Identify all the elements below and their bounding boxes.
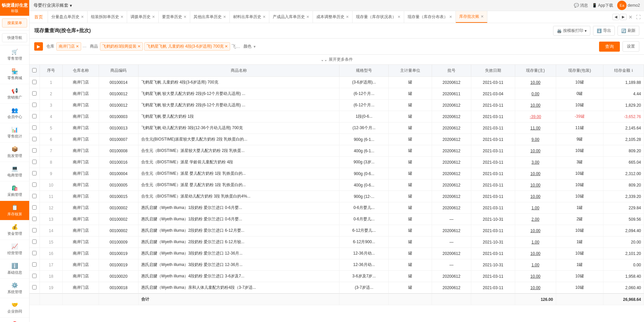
- product-more[interactable]: 飞...: [231, 44, 240, 50]
- tab-10[interactable]: 库存批次账✕: [456, 11, 487, 23]
- row-select-18[interactable]: [32, 285, 37, 289]
- sidebar-item-stats[interactable]: 📊零售统计: [0, 123, 29, 143]
- row-select-12[interactable]: [32, 217, 37, 221]
- row-qty-main[interactable]: 10.00: [515, 191, 556, 202]
- tab-7[interactable]: 成本调整单历史✕: [313, 11, 353, 23]
- row-select-10[interactable]: [32, 194, 37, 198]
- sidebar-item-basic[interactable]: ℹ️基础信息: [0, 259, 29, 279]
- row-qty-main[interactable]: 10.00: [515, 248, 556, 259]
- product-tag-1-close[interactable]: ✕: [138, 44, 141, 49]
- row-qty-main[interactable]: 11.00: [515, 122, 556, 134]
- message-button[interactable]: 💬 消息: [574, 3, 588, 8]
- row-select-15[interactable]: [32, 251, 37, 255]
- account-dropdown[interactable]: 母婴行业演示账套 ▾: [34, 2, 72, 8]
- sidebar-item-marketing[interactable]: 📢营销推广: [0, 84, 29, 104]
- row-select-11[interactable]: [32, 205, 37, 210]
- row-select-9[interactable]: [32, 182, 37, 187]
- row-select-17[interactable]: [32, 274, 37, 278]
- tab-1[interactable]: 组装拆卸单历史✕: [88, 11, 127, 23]
- row-select-3[interactable]: [32, 114, 37, 118]
- tab-8[interactable]: 现存量（库存状况表）✕: [353, 11, 404, 23]
- sidebar-item-newguide[interactable]: 🎯新手引导: [0, 318, 29, 322]
- expand-conditions-bar[interactable]: ⌄⌄ 展开更多条件: [30, 55, 644, 65]
- tab-close-10[interactable]: ✕: [481, 14, 484, 19]
- row-qty-main[interactable]: 1.00: [515, 236, 556, 248]
- tab-4[interactable]: 其他出库单历史✕: [190, 11, 230, 23]
- tab-close-7[interactable]: ✕: [346, 15, 349, 19]
- tab-6[interactable]: 产成品入库单历史✕: [269, 11, 313, 23]
- row-qty-main[interactable]: -39.00: [515, 111, 556, 122]
- row-select-13[interactable]: [32, 228, 37, 232]
- tab-2[interactable]: 调拨单历史✕: [127, 11, 159, 23]
- tab-close-1[interactable]: ✕: [120, 15, 123, 19]
- sidebar-item-purchase[interactable]: 🛍️采购管理: [0, 181, 29, 201]
- product-tag-2-close[interactable]: ✕: [225, 44, 228, 49]
- warehouse-more-icon[interactable]: ···: [83, 44, 87, 49]
- row-qty-main[interactable]: 10.00: [515, 225, 556, 236]
- row-qty-main[interactable]: 0.00: [515, 88, 556, 100]
- row-select-5[interactable]: [32, 137, 37, 141]
- tab-close-6[interactable]: ✕: [306, 15, 309, 19]
- balance-info-icon[interactable]: ℹ: [632, 68, 633, 72]
- tab-prev-button[interactable]: ◀: [612, 14, 619, 20]
- row-select-8[interactable]: [32, 171, 37, 175]
- quicknav-button[interactable]: 快捷导航: [2, 33, 27, 42]
- row-qty-main[interactable]: 10.00: [515, 282, 556, 294]
- tab-close-4[interactable]: ✕: [223, 15, 226, 19]
- tab-close-5[interactable]: ✕: [263, 15, 266, 19]
- tab-5[interactable]: 材料出库单历史✕: [230, 11, 269, 23]
- row-qty-main[interactable]: 10.00: [515, 100, 556, 111]
- row-select-6[interactable]: [32, 148, 37, 153]
- app-download-button[interactable]: 📱 App下载: [592, 3, 613, 8]
- tab-9[interactable]: 现存量（库存分布表）✕: [404, 11, 456, 23]
- sidebar-item-retail[interactable]: 🛒零售管理: [0, 45, 29, 65]
- select-all-checkbox[interactable]: [32, 68, 37, 72]
- print-template-button[interactable]: 🖨️ 按模板打印 ▾: [553, 26, 590, 36]
- sidebar-item-ec_mgmt[interactable]: 💻电商管理: [0, 162, 29, 181]
- filter-toggle-button[interactable]: ▶: [34, 42, 43, 51]
- sidebar-item-system[interactable]: ⚙️系统管理: [0, 279, 29, 298]
- sidebar-item-finance[interactable]: 💰资金管理: [0, 220, 29, 240]
- row-qty-main[interactable]: 10.00: [515, 271, 556, 282]
- tab-3[interactable]: 要货单历史✕: [159, 11, 190, 23]
- sidebar-item-inventory[interactable]: 📋库存核算: [0, 201, 29, 220]
- tab-close-9[interactable]: ✕: [449, 15, 452, 19]
- home-tab[interactable]: 首页: [30, 11, 48, 23]
- tab-close-all-button[interactable]: ✕: [627, 14, 634, 20]
- sidebar-item-ecommerce[interactable]: 🏪零售商城: [0, 65, 29, 84]
- refresh-button[interactable]: 🔄 刷新: [618, 26, 639, 36]
- warehouse-tag-close[interactable]: ✕: [76, 44, 79, 49]
- sidebar-item-wholesale[interactable]: 📦批发管理: [0, 143, 29, 162]
- color-dropdown-icon[interactable]: ▾: [254, 44, 256, 49]
- search-menu-button[interactable]: 搜索菜单: [2, 18, 27, 28]
- sidebar-item-biz[interactable]: 📈经营管理: [0, 240, 29, 259]
- tab-0[interactable]: 分量盘点单历史✕: [48, 11, 88, 23]
- tab-expand-button[interactable]: ⛶: [635, 14, 642, 20]
- row-select-1[interactable]: [32, 91, 37, 96]
- user-profile-button[interactable]: Ea demo2: [617, 1, 640, 10]
- row-qty-main[interactable]: 10.00: [515, 77, 556, 88]
- row-qty-main[interactable]: 9.00: [515, 134, 556, 145]
- row-select-16[interactable]: [32, 262, 37, 267]
- export-button[interactable]: ⬇️ 导出: [593, 26, 615, 36]
- row-select-7[interactable]: [32, 160, 37, 164]
- sidebar-item-member[interactable]: 👥会员中心: [0, 104, 29, 123]
- row-qty-main[interactable]: 2.00: [515, 214, 556, 225]
- row-select-14[interactable]: [32, 239, 37, 244]
- tab-close-3[interactable]: ✕: [183, 15, 186, 19]
- row-qty-main[interactable]: 1.00: [515, 259, 556, 271]
- row-select-2[interactable]: [32, 103, 37, 107]
- row-qty-main[interactable]: 1.00: [515, 202, 556, 214]
- row-select-4[interactable]: [32, 125, 37, 130]
- row-select-0[interactable]: [32, 80, 37, 84]
- row-qty-main[interactable]: 3.00: [515, 157, 556, 168]
- row-qty-main[interactable]: 10.00: [515, 145, 556, 157]
- tab-close-0[interactable]: ✕: [81, 15, 84, 19]
- sidebar-logo[interactable]: 畅捷通好生意 标版: [0, 0, 29, 16]
- tab-next-button[interactable]: ▶: [620, 14, 627, 20]
- tab-close-8[interactable]: ✕: [397, 15, 400, 19]
- settings-button[interactable]: 设置: [623, 41, 639, 52]
- query-button[interactable]: 查询: [599, 42, 620, 52]
- tab-close-2[interactable]: ✕: [152, 15, 155, 19]
- row-qty-main[interactable]: 10.00: [515, 179, 556, 191]
